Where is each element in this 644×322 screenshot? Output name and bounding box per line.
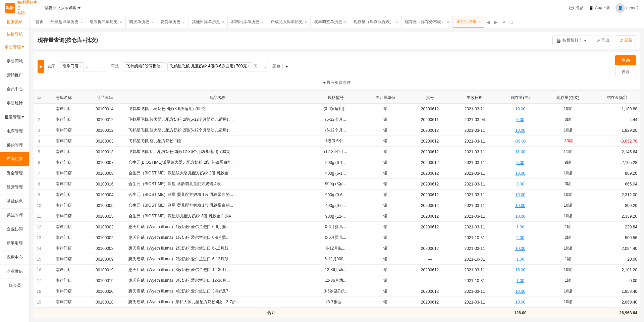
row-expire: 2021-03-11	[451, 297, 498, 308]
warehouse-more-btn[interactable]: …	[86, 64, 90, 69]
row-qty-main[interactable]: 2.00	[498, 232, 542, 243]
tab-stock-dist[interactable]: 现存量（库存分布表） ×	[401, 16, 453, 28]
sidebar-item-vip-members[interactable]: 畅会员	[0, 279, 29, 293]
row-qty-main[interactable]: 10.00	[498, 125, 542, 136]
sidebar-item-retail-shop[interactable]: 零售商城	[0, 54, 29, 68]
row-expire: 2021-03-11	[451, 190, 498, 200]
row-qty-main[interactable]: 10.00	[498, 297, 542, 308]
sidebar-item-wholesale[interactable]: 批发管理 ▼	[0, 110, 29, 124]
tab-close-request[interactable]: ×	[182, 20, 184, 24]
sidebar-item-guide[interactable]: 新手引导	[0, 236, 29, 251]
th-settings[interactable]: ⚙	[34, 92, 44, 104]
sidebar-item-enterprise[interactable]: 企业协同	[0, 222, 29, 236]
tab-split-inventory[interactable]: 分量盘点单历史 ×	[47, 16, 86, 28]
goods-tag-area[interactable]: 飞鹤奶粉3段两提装 × 飞鹤星飞帆 儿童奶粉 4段(3-6岁适用) 700克 ×…	[121, 61, 269, 71]
sidebar-item-ecommerce[interactable]: 电商管理	[0, 124, 29, 139]
workspace-selector[interactable]: 母婴行业演示账套	[44, 5, 80, 11]
goods-tag-1: 飞鹤奶粉3段两提装 ×	[124, 62, 166, 70]
tab-stock-status[interactable]: 现存量（库存状况表） ×	[350, 16, 401, 28]
row-qty-main[interactable]: 1.00	[498, 254, 542, 265]
row-qty-main[interactable]: 0.00	[498, 114, 542, 125]
row-amount: 2,060.40	[594, 297, 640, 308]
goods-tag-2-close[interactable]: ×	[248, 64, 250, 68]
goods-ellipsis-btn[interactable]: …	[262, 64, 266, 69]
row-qty-main[interactable]: 10.00	[498, 168, 542, 179]
tab-close-cost-adjust[interactable]: ×	[344, 20, 346, 24]
row-qty-main[interactable]: 10.00	[498, 286, 542, 297]
goods-tag-1-close[interactable]: ×	[162, 64, 164, 68]
filter-expand-arrow-btn[interactable]: ▶	[38, 60, 44, 73]
expand-more-conditions-btn[interactable]: 展开更多条件	[323, 80, 351, 86]
export-btn[interactable]: ↗ 导出	[593, 36, 613, 45]
tab-material-out[interactable]: 材料出库单历史 ×	[228, 16, 267, 28]
tab-close-other-out[interactable]: ×	[222, 20, 224, 24]
sidebar-item-inventory[interactable]: 库存核算	[0, 152, 29, 166]
table-scroll[interactable]: ⚙ 仓库名称 商品编码 商品名称 规格型号 主计量单位 批号 失效日期 现存量(…	[34, 92, 640, 318]
tab-request[interactable]: 要货单历史 ×	[157, 16, 188, 28]
settings-button[interactable]: 设置	[615, 67, 636, 77]
row-qty-main[interactable]: 10.00	[498, 104, 542, 114]
row-qty-main[interactable]: 1.00	[498, 222, 542, 232]
sidebar-item-members[interactable]: 会员中心	[0, 82, 29, 96]
color-tag-area[interactable]	[282, 63, 309, 70]
sidebar-search-btn[interactable]: 搜索菜单	[0, 16, 29, 29]
tab-close-adjust[interactable]: ×	[151, 20, 153, 24]
row-qty-main[interactable]: 1.00	[498, 275, 542, 286]
tab-close-product-in[interactable]: ×	[305, 20, 307, 24]
tab-other-out[interactable]: 其他出库单历史 ×	[189, 16, 228, 28]
print-btn[interactable]: 🖨️ 按模板打印	[552, 36, 590, 45]
sidebar-item-operations[interactable]: 经营管理	[0, 180, 29, 195]
tab-batch[interactable]: 库存批次账 ×	[453, 16, 484, 28]
tab-nav-right[interactable]: ▶	[492, 19, 500, 25]
sidebar-item-system[interactable]: 系统管理	[0, 209, 29, 223]
refresh-btn[interactable]: ↺ 刷新	[616, 36, 636, 45]
sidebar-item-app-center[interactable]: 应用中心	[0, 251, 29, 265]
th-spec: 规格型号	[309, 92, 362, 104]
tab-bar: 首页 分量盘点单历史 × 组装拆卸单历史 × 调拨单历史 × 要货单历史 × 其…	[30, 16, 644, 28]
tab-product-in[interactable]: 产成品入库单历史 ×	[267, 16, 311, 28]
row-num: 5	[34, 147, 44, 157]
tab-cost-adjust[interactable]: 成本调整单历史 ×	[311, 16, 350, 28]
table-row: 13 南岸门店 00100002 惠氏启赋（Wyeth illuma）1段奶粉 …	[34, 232, 640, 243]
row-qty-main[interactable]: 10.00	[498, 200, 542, 211]
sidebar-item-retail-mgmt[interactable]: 零售管理 ▼	[0, 40, 29, 54]
tab-adjust[interactable]: 调拨单历史 ×	[126, 16, 157, 28]
row-expire: 2021-03-11	[451, 104, 498, 114]
row-unit: 罐	[362, 179, 409, 190]
row-qty-main[interactable]: 10.00	[498, 211, 542, 222]
tab-close-disassemble[interactable]: ×	[120, 20, 122, 24]
tab-close-batch[interactable]: ×	[478, 20, 480, 24]
sidebar-item-finance[interactable]: 资金管理	[0, 166, 29, 180]
row-qty-main[interactable]: -39.00	[498, 136, 542, 147]
sidebar-item-marketing[interactable]: 营销推广	[0, 68, 29, 83]
row-spec: 6-12月900...	[309, 254, 362, 265]
tab-maximize[interactable]: □	[508, 19, 515, 25]
row-num: 8	[34, 179, 44, 190]
warehouse-tag-close[interactable]: ×	[79, 64, 82, 68]
tab-close-split-inventory[interactable]: ×	[80, 20, 83, 24]
tab-home[interactable]: 首页	[32, 19, 47, 25]
tab-nav-left[interactable]: ◀	[484, 19, 492, 25]
row-qty-main[interactable]: 9.00	[498, 157, 542, 168]
row-qty-main[interactable]: 10.00	[498, 243, 542, 254]
sidebar-item-enterprise-wechat[interactable]: 企业微信	[0, 265, 29, 279]
row-qty-main[interactable]: 3.00	[498, 179, 542, 190]
row-qty-main[interactable]: 10.00	[498, 190, 542, 200]
sidebar-item-basic[interactable]: 基础信息	[0, 195, 29, 209]
tab-disassemble[interactable]: 组装拆卸单历史 ×	[86, 16, 125, 28]
tab-close-material-out[interactable]: ×	[261, 20, 263, 24]
row-qty-main[interactable]: 10.00	[498, 265, 542, 275]
query-button[interactable]: 查询	[615, 55, 636, 65]
messages-btn[interactable]: 💬 消息	[569, 5, 583, 11]
app-download-btn[interactable]: 📱 App下载	[589, 5, 610, 11]
sidebar-item-retail-stats[interactable]: 零售统计	[0, 96, 29, 110]
sidebar-quick-nav-btn[interactable]: 快捷导航	[0, 29, 29, 40]
goods-more-btn[interactable]: 飞...	[253, 63, 261, 69]
tab-close-all[interactable]: ✕	[500, 19, 508, 25]
warehouse-tag-area[interactable]: 南岸门店 × …	[57, 61, 107, 71]
row-qty-main[interactable]: 11.00	[498, 147, 542, 157]
tab-close-stock-dist[interactable]: ×	[447, 20, 449, 24]
sidebar-item-purchase[interactable]: 采购管理	[0, 139, 29, 153]
tab-close-stock-status[interactable]: ×	[396, 20, 398, 24]
user-avatar-btn[interactable]: 👤 demo2	[615, 3, 639, 13]
